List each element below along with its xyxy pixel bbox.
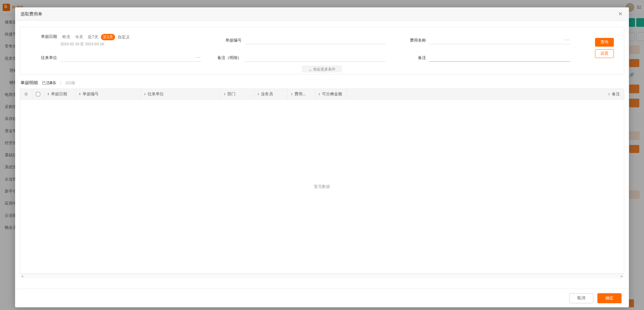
filter-fee-label: 费用名称	[399, 38, 429, 43]
sort-icon	[223, 93, 226, 96]
date-tab-7d[interactable]: 近7天	[86, 34, 100, 40]
sort-icon	[47, 93, 50, 96]
sort-icon	[318, 93, 321, 96]
filter-date: 单据日期 昨天 今天 近7天 近1月 自定义 2023-02-18 至 2023…	[30, 34, 201, 47]
filter-detail-remark: 备注（明细）	[215, 54, 386, 62]
filter-unit-label: 往来单位	[30, 55, 60, 61]
col-dept[interactable]: 部门	[221, 89, 254, 99]
date-range-text: 2023-02-18 至 2023-03-18	[60, 42, 201, 47]
modal-overlay: 选取费用单 ✕ 单据日期 昨天 今天 近7天 近1月	[0, 0, 644, 310]
detail-title: 单据明细	[20, 80, 38, 86]
horizontal-scrollbar[interactable]	[20, 274, 624, 278]
cancel-button[interactable]: 取消	[569, 293, 593, 303]
remark-input[interactable]	[429, 54, 570, 62]
table-empty-body: 暂无数据	[20, 100, 624, 273]
filter-panel: 单据日期 昨天 今天 近7天 近1月 自定义 2023-02-18 至 2023…	[20, 27, 624, 74]
fee-name-picker-icon[interactable]: ⋯	[565, 37, 570, 43]
code-input[interactable]	[245, 37, 386, 44]
filter-date-label: 单据日期	[30, 34, 60, 40]
modal-header: 选取费用单 ✕	[15, 7, 629, 21]
sort-icon	[78, 93, 81, 96]
gear-icon	[24, 92, 28, 97]
modal-body: 单据日期 昨天 今天 近7天 近1月 自定义 2023-02-18 至 2023…	[15, 21, 629, 289]
scroll-left-icon[interactable]	[20, 274, 24, 278]
sort-icon	[257, 93, 260, 96]
query-button[interactable]: 查询	[595, 38, 614, 47]
date-quick-tabs: 昨天 今天 近7天 近1月 自定义	[60, 34, 201, 40]
col-agent[interactable]: 业务员	[254, 89, 288, 99]
col-fee[interactable]: 费用...	[288, 89, 315, 99]
col-date[interactable]: 单据日期	[44, 89, 76, 99]
select-all-cell[interactable]	[32, 89, 44, 99]
filter-fee-name: 费用名称 ⋯	[399, 37, 570, 44]
sort-icon	[144, 93, 146, 96]
date-tab-1m[interactable]: 近1月	[101, 34, 115, 40]
unit-input[interactable]	[60, 54, 201, 62]
close-icon[interactable]: ✕	[617, 11, 624, 17]
column-settings-button[interactable]	[20, 89, 32, 99]
empty-text: 暂无数据	[314, 184, 330, 190]
filter-unit: 往来单位 ⋯	[30, 54, 201, 62]
scroll-right-icon[interactable]	[620, 274, 624, 278]
filter-detail-remark-label: 备注（明细）	[215, 55, 245, 61]
col-amount[interactable]: 可分摊金额	[315, 89, 347, 99]
modal-footer: 取消 确定	[15, 289, 629, 307]
settings-button[interactable]: 设置	[595, 49, 614, 58]
unit-picker-icon[interactable]: ⋯	[196, 55, 201, 60]
chevron-double-up-icon	[309, 67, 312, 71]
confirm-button[interactable]: 确定	[597, 293, 622, 303]
separator: |	[60, 81, 61, 85]
modal-title: 选取费用单	[20, 11, 42, 17]
fee-name-input[interactable]	[429, 37, 570, 44]
date-tab-custom[interactable]: 自定义	[116, 34, 132, 40]
filter-code-label: 单据编号	[215, 38, 245, 43]
col-code[interactable]: 单据编号	[76, 89, 141, 99]
date-tab-today[interactable]: 今天	[73, 34, 85, 40]
filter-remark: 备注	[399, 54, 570, 62]
filter-remark-label: 备注	[399, 55, 429, 61]
table-header: 单据日期 单据编号 往来单位 部门 业务员 费用... 可分摊金额 备注	[20, 89, 624, 100]
select-all-checkbox[interactable]	[36, 92, 40, 96]
select-expense-modal: 选取费用单 ✕ 单据日期 昨天 今天 近7天 近1月	[15, 7, 629, 307]
filter-code: 单据编号	[215, 37, 386, 44]
detail-header: 单据明细 已选0条 | 共0条	[20, 80, 624, 86]
col-remark[interactable]: 备注	[347, 89, 624, 99]
total-count: 共0条	[65, 80, 76, 86]
detail-table: 单据日期 单据编号 往来单位 部门 业务员 费用... 可分摊金额 备注 暂无数…	[20, 89, 624, 274]
detail-remark-input[interactable]	[245, 54, 386, 62]
col-unit[interactable]: 往来单位	[141, 89, 221, 99]
selected-count: 已选0条	[42, 80, 56, 86]
sort-icon	[608, 93, 610, 96]
collapse-conditions-toggle[interactable]: 收起更多条件	[302, 66, 342, 72]
date-tab-yesterday[interactable]: 昨天	[60, 34, 72, 40]
sort-icon	[290, 93, 293, 96]
collapse-label: 收起更多条件	[313, 67, 335, 72]
